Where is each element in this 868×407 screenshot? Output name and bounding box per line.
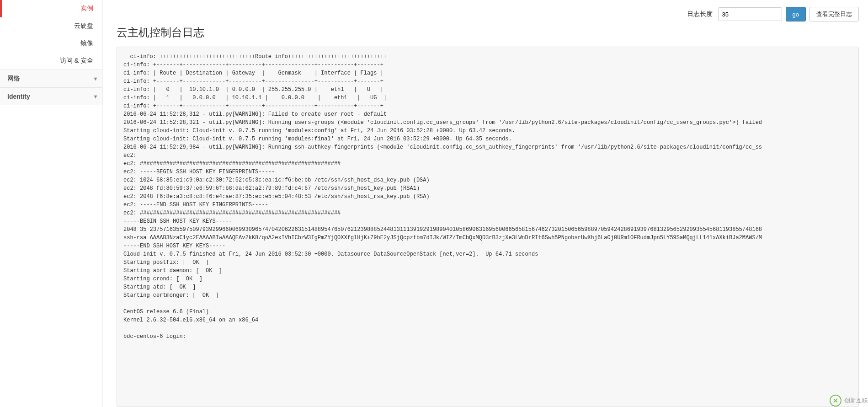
sidebar-section-label: 网络 bbox=[7, 75, 20, 83]
go-button[interactable]: go bbox=[786, 7, 806, 21]
page-title: 云主机控制台日志 bbox=[117, 25, 859, 40]
log-length-label: 日志长度 bbox=[687, 10, 713, 18]
chevron-down-icon: ▾ bbox=[94, 93, 97, 100]
log-length-input[interactable] bbox=[718, 7, 782, 21]
sidebar: 实例 云硬盘 镜像 访问 & 安全 网络 ▾ Identity ▾ bbox=[0, 0, 103, 407]
main-content: 日志长度 go 查看完整日志 云主机控制台日志 ci-info: +++++++… bbox=[103, 0, 868, 407]
console-log-content: ci-info: +++++++++++++++++++++++++++++Ro… bbox=[123, 53, 852, 341]
console-log-box[interactable]: ci-info: +++++++++++++++++++++++++++++Ro… bbox=[117, 47, 859, 407]
view-full-log-button[interactable]: 查看完整日志 bbox=[809, 7, 859, 21]
sidebar-section-network[interactable]: 网络 ▾ bbox=[0, 70, 102, 88]
sidebar-item-volumes[interactable]: 云硬盘 bbox=[0, 17, 102, 35]
sidebar-item-images[interactable]: 镜像 bbox=[0, 35, 102, 52]
sidebar-item-access-security[interactable]: 访问 & 安全 bbox=[0, 52, 102, 70]
sidebar-section-label: Identity bbox=[7, 93, 30, 100]
sidebar-item-label: 访问 & 安全 bbox=[60, 57, 93, 64]
sidebar-item-label: 云硬盘 bbox=[74, 22, 93, 29]
toolbar: 日志长度 go 查看完整日志 bbox=[117, 7, 859, 21]
sidebar-item-label: 实例 bbox=[80, 5, 93, 12]
chevron-down-icon: ▾ bbox=[94, 75, 97, 82]
sidebar-item-instances[interactable]: 实例 bbox=[0, 0, 102, 17]
sidebar-section-identity[interactable]: Identity ▾ bbox=[0, 88, 102, 105]
sidebar-item-label: 镜像 bbox=[80, 39, 93, 47]
